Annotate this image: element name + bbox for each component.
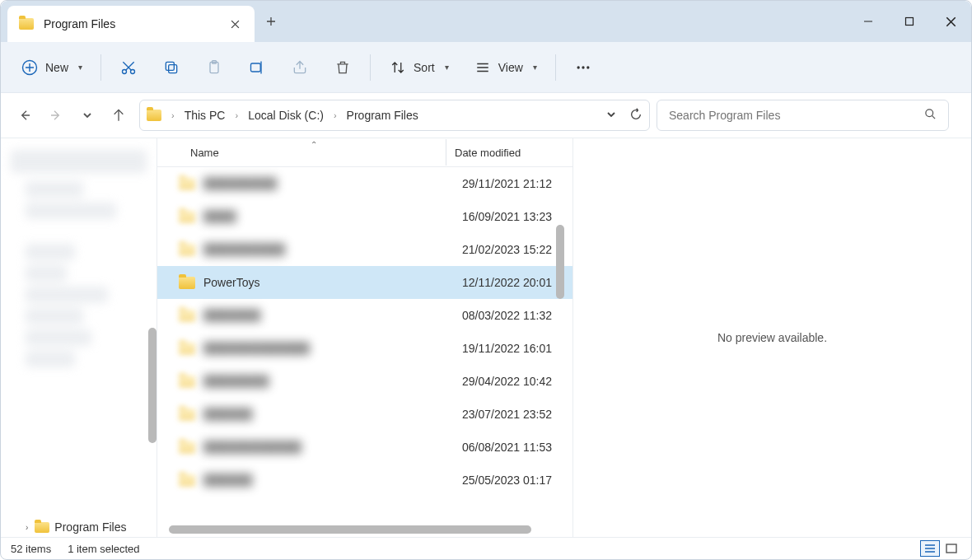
title-bar: Program Files <box>1 1 971 42</box>
more-button[interactable] <box>569 53 597 82</box>
breadcrumb-local-disk[interactable]: Local Disk (C:) <box>245 107 327 124</box>
new-label: New <box>45 61 68 74</box>
file-date: 29/04/2022 10:42 <box>462 375 552 388</box>
file-row[interactable]: ████16/09/2021 13:23 <box>157 200 572 233</box>
folder-icon <box>179 408 195 421</box>
svg-rect-4 <box>169 64 177 72</box>
search-input[interactable] <box>669 109 924 122</box>
search-icon <box>924 108 937 123</box>
breadcrumb-program-files[interactable]: Program Files <box>343 107 422 124</box>
toolbar: New ▾ Sort ▾ View ▾ <box>1 42 971 93</box>
tab-close-button[interactable] <box>223 12 246 35</box>
arrow-right-icon <box>49 109 63 122</box>
address-history-dropdown[interactable] <box>606 109 616 122</box>
file-row[interactable]: ████████████06/08/2021 11:53 <box>157 431 572 464</box>
trash-icon <box>334 58 352 77</box>
arrow-up-icon <box>112 109 125 122</box>
sidebar-scrollbar[interactable] <box>148 328 157 443</box>
close-window-button[interactable] <box>930 1 971 42</box>
file-row[interactable]: █████████████19/11/2022 16:01 <box>157 332 572 365</box>
toolbar-separator <box>100 54 101 81</box>
copy-icon <box>162 58 180 77</box>
sidebar-item-program-files[interactable]: › Program Files <box>26 520 126 534</box>
folder-icon <box>179 474 195 487</box>
folder-icon <box>35 522 49 533</box>
explorer-window: Program Files New ▾ <box>0 0 972 560</box>
filelist-h-scroll-thumb[interactable] <box>169 525 531 534</box>
toolbar-separator <box>555 54 556 81</box>
chevron-down-icon: ▾ <box>445 63 449 72</box>
view-large-icons-button[interactable] <box>942 540 961 557</box>
chevron-down-icon <box>82 110 92 120</box>
rename-button[interactable] <box>243 53 271 82</box>
chevron-down-icon: ▾ <box>78 63 82 72</box>
maximize-button[interactable] <box>889 1 930 42</box>
new-tab-button[interactable] <box>255 1 287 42</box>
close-icon <box>946 16 956 27</box>
new-plus-icon <box>21 58 39 77</box>
sort-indicator-icon: ⌃ <box>311 140 317 149</box>
file-row[interactable]: ██████████21/02/2023 15:22 <box>157 233 572 266</box>
search-box[interactable] <box>657 100 949 131</box>
preview-message: No preview available. <box>717 331 827 344</box>
view-button[interactable]: View ▾ <box>469 53 542 82</box>
nav-sidebar[interactable]: › Program Files <box>1 138 157 537</box>
up-button[interactable] <box>105 101 133 129</box>
copy-button[interactable] <box>157 53 185 82</box>
minimize-button[interactable] <box>848 1 889 42</box>
file-row[interactable]: PowerToys12/11/2022 20:01 <box>157 266 572 299</box>
file-row[interactable]: ██████23/07/2021 23:52 <box>157 398 572 431</box>
file-name: ████████████ <box>203 441 462 454</box>
folder-icon <box>179 178 195 190</box>
folder-icon <box>179 244 195 256</box>
refresh-button[interactable] <box>629 108 643 124</box>
file-name: ████ <box>203 210 462 223</box>
address-bar[interactable]: › This PC › Local Disk (C:) › Program Fi… <box>139 100 650 131</box>
file-name: ██████ <box>203 474 462 487</box>
chevron-down-icon: ▾ <box>533 63 537 72</box>
filelist-scrollbar[interactable] <box>556 225 564 299</box>
file-name: ███████ <box>203 309 462 322</box>
file-row[interactable]: ██████25/05/2023 01:17 <box>157 464 572 497</box>
file-row[interactable]: ████████29/04/2022 10:42 <box>157 365 572 398</box>
paste-button[interactable] <box>200 53 228 82</box>
ellipsis-icon <box>574 58 592 77</box>
toolbar-separator <box>370 54 371 81</box>
nav-arrows <box>11 101 133 129</box>
tab-program-files[interactable]: Program Files <box>7 6 255 42</box>
sort-button[interactable]: Sort ▾ <box>384 53 454 82</box>
file-date: 21/02/2023 15:22 <box>462 243 552 256</box>
new-button[interactable]: New ▾ <box>16 53 87 82</box>
view-details-button[interactable] <box>920 540 940 557</box>
file-date: 12/11/2022 20:01 <box>462 276 552 289</box>
plus-icon <box>266 16 276 26</box>
forward-button[interactable] <box>42 101 70 129</box>
svg-rect-8 <box>251 63 261 72</box>
file-row[interactable]: █████████29/11/2021 21:12 <box>157 167 572 200</box>
back-button[interactable] <box>11 101 39 129</box>
folder-icon <box>19 18 34 30</box>
column-headers: ⌃ Name Date modified <box>157 138 572 167</box>
file-date: 06/08/2021 11:53 <box>462 441 552 454</box>
sidebar-item-label: Program Files <box>54 520 126 534</box>
file-list: ⌃ Name Date modified █████████29/11/2021… <box>157 138 573 537</box>
svg-point-11 <box>586 66 589 68</box>
folder-icon <box>179 376 195 388</box>
file-date: 29/11/2021 21:12 <box>462 177 552 190</box>
cut-button[interactable] <box>114 53 143 82</box>
status-bar: 52 items 1 item selected <box>1 537 971 559</box>
grid-icon <box>946 544 957 553</box>
body: › Program Files ⌃ Name Date modified ███… <box>1 138 971 537</box>
recent-dropdown[interactable] <box>73 101 101 129</box>
column-header-name[interactable]: Name <box>190 147 446 159</box>
delete-button[interactable] <box>329 53 357 82</box>
file-row[interactable]: ███████08/03/2022 11:32 <box>157 299 572 332</box>
share-button[interactable] <box>286 53 314 82</box>
filelist-h-scroll-track[interactable] <box>169 524 556 535</box>
sort-icon <box>389 58 407 77</box>
column-header-date[interactable]: Date modified <box>446 147 521 159</box>
breadcrumb-this-pc[interactable]: This PC <box>181 107 229 124</box>
chevron-right-icon: › <box>235 110 238 120</box>
file-date: 08/03/2022 11:32 <box>462 309 552 322</box>
close-icon <box>231 20 240 29</box>
